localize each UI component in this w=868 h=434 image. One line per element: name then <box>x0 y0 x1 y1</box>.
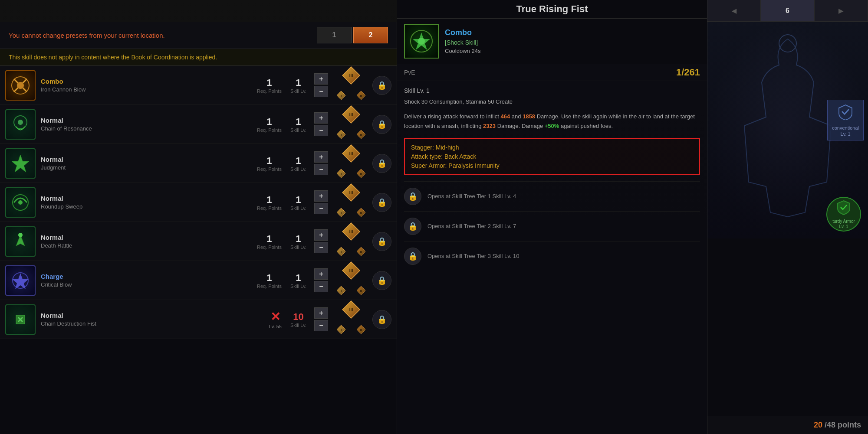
skill-row[interactable]: Normal Death Rattle 1 Req. Points 1 Skil… <box>0 222 397 261</box>
svg-text:II: II <box>360 94 362 98</box>
plus-minus-controls: + − <box>314 190 328 214</box>
gem-tier3[interactable]: III <box>342 222 361 241</box>
svg-text:II: II <box>360 211 362 215</box>
attack-type-text: Attack type: Back Attack <box>411 153 693 160</box>
plus-minus-controls: + − <box>314 112 328 136</box>
skill-lock[interactable]: 🔒 <box>372 310 391 329</box>
skill-lock[interactable]: 🔒 <box>372 271 391 290</box>
gem-tier2[interactable]: II <box>352 242 371 261</box>
skill-info: Normal Chain of Resonance <box>41 117 253 132</box>
svg-point-32 <box>18 233 23 237</box>
armor-icon <box>836 199 852 218</box>
gem-tier1[interactable]: I <box>332 164 351 183</box>
skill-row[interactable]: Normal Chain of Resonance 1 Req. Points … <box>0 105 397 144</box>
desc-text-4: Damage. Damage <box>497 123 545 129</box>
preset-btn-2[interactable]: 2 <box>353 27 388 43</box>
gem-tier3[interactable]: III <box>342 144 361 163</box>
skill-row[interactable]: Normal Roundup Sweep 1 Req. Points 1 Ski… <box>0 183 397 222</box>
svg-text:I: I <box>341 94 342 98</box>
gem-tier1[interactable]: I <box>332 203 351 222</box>
skill-name: Chain of Resonance <box>41 125 253 132</box>
svg-text:II: II <box>360 250 362 254</box>
skill-name: Judgment <box>41 164 253 171</box>
skill-req-points: 1 Req. Points <box>257 155 282 172</box>
plus-button[interactable]: + <box>314 229 328 241</box>
plus-button[interactable]: + <box>314 268 328 280</box>
skill-icon <box>5 265 36 296</box>
gem-tier2[interactable]: II <box>352 86 371 105</box>
skill-lock[interactable]: 🔒 <box>372 232 391 251</box>
gem-tier3[interactable]: III <box>342 66 361 85</box>
svg-text:I: I <box>341 328 342 332</box>
plus-button[interactable]: + <box>314 151 328 163</box>
skill-lock[interactable]: 🔒 <box>372 154 391 173</box>
skill-req-points: 1 Req. Points <box>257 77 282 94</box>
gem-tier3[interactable]: III <box>342 300 361 319</box>
gem-tier3[interactable]: III <box>342 105 361 124</box>
gem-tier2[interactable]: II <box>352 125 371 144</box>
far-right-btn-left[interactable]: ◀ <box>707 0 761 21</box>
minus-button[interactable]: − <box>314 86 328 97</box>
plus-button[interactable]: + <box>314 112 328 124</box>
plus-minus-controls: + − <box>314 307 328 331</box>
plus-button[interactable]: + <box>314 73 328 85</box>
gem-tier2[interactable]: II <box>352 164 371 183</box>
pve-label: PvE <box>404 69 415 76</box>
svg-text:I: I <box>341 172 342 176</box>
skill-lv: 1 Skill Lv. <box>290 233 306 250</box>
skill-row[interactable]: Combo Iron Cannon Blow 1 Req. Points 1 S… <box>0 66 397 105</box>
plus-button[interactable]: + <box>314 307 328 319</box>
skill-lv: 1 Skill Lv. <box>290 155 306 172</box>
super-armor-text: Super Armor: Paralysis Immunity <box>411 162 693 169</box>
pve-bar: PvE 1/261 <box>397 64 707 81</box>
svg-text:III: III <box>349 151 353 156</box>
plus-button[interactable]: + <box>314 190 328 202</box>
skill-info: Normal Judgment <box>41 156 253 171</box>
far-right-btn-num[interactable]: 6 <box>761 0 814 21</box>
preset-warning: You cannot change presets from your curr… <box>9 32 165 39</box>
minus-button[interactable]: − <box>314 320 328 331</box>
skill-lock[interactable]: 🔒 <box>372 193 391 212</box>
info-bar: This skill does not apply in content whe… <box>0 49 397 66</box>
svg-point-3 <box>17 82 24 89</box>
plus-minus-controls: + − <box>314 73 328 97</box>
gem-tier3[interactable]: III <box>342 183 361 202</box>
gem-tier1[interactable]: I <box>332 281 351 300</box>
desc-val-2: 1858 <box>523 113 535 120</box>
minus-button[interactable]: − <box>314 281 328 292</box>
minus-button[interactable]: − <box>314 203 328 214</box>
gem-tier2[interactable]: II <box>352 203 371 222</box>
gem-tier2[interactable]: II <box>352 281 371 300</box>
svg-point-54 <box>779 35 796 52</box>
skill-lv: 1 Skill Lv. <box>290 77 306 94</box>
skill-lv: 1 Skill Lv. <box>290 116 306 133</box>
skill-lv-line: Skill Lv. 1 <box>404 87 700 94</box>
skill-lock[interactable]: 🔒 <box>372 115 391 134</box>
skill-lock[interactable]: 🔒 <box>372 76 391 95</box>
gem-tier3[interactable]: III <box>342 261 361 280</box>
gem-tier1[interactable]: I <box>332 86 351 105</box>
plus-minus-controls: + − <box>314 229 328 253</box>
gem-group: III I <box>332 144 371 183</box>
skill-info: Charge Critical Blow <box>41 273 253 288</box>
gem-tier1[interactable]: I <box>332 125 351 144</box>
svg-text:III: III <box>349 268 353 273</box>
skill-row[interactable]: Normal Chain Destruction Fist ✕ Lv. 55 1… <box>0 300 397 339</box>
armor-badge: turdy ArmorLv. 1 <box>826 197 861 232</box>
skill-type: Normal <box>41 234 253 241</box>
minus-button[interactable]: − <box>314 164 328 175</box>
minus-button[interactable]: − <box>314 242 328 253</box>
gem-tier1[interactable]: I <box>332 320 351 339</box>
skill-row[interactable]: Normal Judgment 1 Req. Points 1 Skill Lv… <box>0 144 397 183</box>
gem-tier1[interactable]: I <box>332 242 351 261</box>
plus-minus-controls: + − <box>314 268 328 292</box>
gem-tier2[interactable]: II <box>352 320 371 339</box>
far-right-btn-right[interactable]: ▶ <box>815 0 868 21</box>
desc-text-5: against pushed foes. <box>561 123 613 129</box>
skill-description: Deliver a rising attack forward to infli… <box>404 112 700 131</box>
skill-icon <box>5 304 36 335</box>
preset-btn-1[interactable]: 1 <box>317 27 352 43</box>
minus-button[interactable]: − <box>314 125 328 136</box>
armor-text: turdy ArmorLv. 1 <box>832 219 855 229</box>
skill-row[interactable]: Charge Critical Blow 1 Req. Points 1 Ski… <box>0 261 397 300</box>
